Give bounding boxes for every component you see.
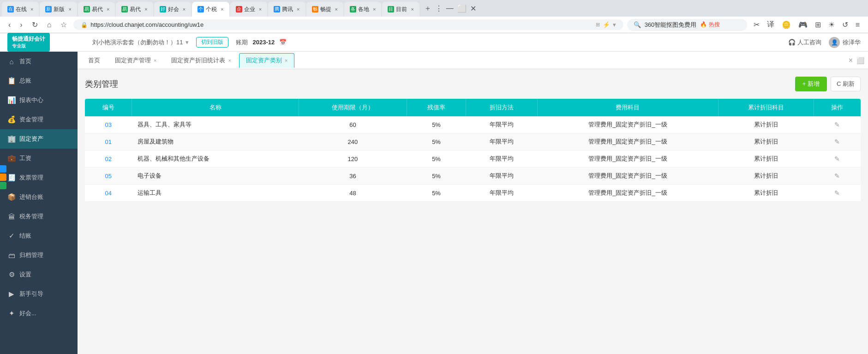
- page-tab-fa-category[interactable]: 固定资产类别 ×: [239, 53, 294, 68]
- browser-tab-1[interactable]: 在 在线 ×: [2, 2, 39, 17]
- url-bar[interactable]: 🔒 https://cloud.chanjet.com/accounting/u…: [73, 19, 623, 30]
- theme-icon[interactable]: ☀: [826, 19, 838, 30]
- browser-tab-9[interactable]: 畅 畅提 ×: [306, 2, 343, 17]
- tab-menu-btn[interactable]: ⋮: [435, 4, 443, 13]
- page-tab-fa-depreciation-close[interactable]: ×: [228, 58, 231, 63]
- search-bar[interactable]: 🔍 360智能抠图免费用 🔥 热搜: [627, 19, 747, 31]
- tab1-close[interactable]: ×: [30, 6, 33, 12]
- cell-action[interactable]: ✎: [814, 116, 861, 133]
- tab2-favicon: 新: [45, 6, 52, 12]
- sidebar-item-close[interactable]: ✓ 结账: [0, 226, 78, 246]
- sidebar-item-ledger[interactable]: 📋 总账: [0, 71, 78, 90]
- minimize-btn[interactable]: —: [446, 4, 454, 12]
- browser-tab-4[interactable]: 易 易代 ×: [116, 2, 153, 17]
- forward-btn[interactable]: ›: [17, 20, 25, 30]
- browser-tab-3[interactable]: 易 易代 ×: [78, 2, 115, 17]
- coin-icon[interactable]: 🪙: [779, 19, 794, 30]
- tab6-close[interactable]: ×: [221, 6, 223, 12]
- page-tab-fa-management[interactable]: 固定资产管理 ×: [108, 53, 163, 68]
- browser-tab-7[interactable]: 企 企业 ×: [230, 2, 267, 17]
- sidebar-item-invoice[interactable]: 🧾 发票管理: [0, 168, 78, 187]
- reload-btn[interactable]: ↻: [29, 19, 41, 30]
- tab10-close[interactable]: ×: [373, 6, 376, 12]
- sidebar-label-tax: 税务管理: [19, 212, 43, 221]
- grid-icon[interactable]: ⊞: [812, 19, 824, 30]
- tab4-close[interactable]: ×: [144, 6, 147, 12]
- page-tab-fa-management-close[interactable]: ×: [154, 58, 156, 63]
- sidebar-item-settings[interactable]: ⚙ 设置: [0, 265, 78, 284]
- edit-icon[interactable]: ✎: [834, 155, 840, 162]
- page-tab-home[interactable]: 首页: [81, 53, 107, 68]
- page-tab-fa-depreciation[interactable]: 固定资产折旧统计表 ×: [164, 53, 238, 68]
- cut-icon[interactable]: ✂: [751, 19, 762, 30]
- browser-tab-2[interactable]: 新 新版 ×: [40, 2, 77, 17]
- calendar-icon[interactable]: 📅: [279, 39, 287, 46]
- page-title: 类别管理: [85, 78, 118, 90]
- refresh-button[interactable]: C 刷新: [831, 77, 861, 91]
- period-info: 账期 2023-12 📅: [236, 38, 287, 47]
- cell-accumulated-account: 累计折旧: [718, 168, 814, 185]
- browser-tab-8[interactable]: 腾 腾讯 ×: [268, 2, 305, 17]
- tab7-close[interactable]: ×: [259, 6, 262, 12]
- user-expand-icon[interactable]: ▾: [186, 39, 189, 46]
- col-header-accumulated: 累计折旧科目: [718, 99, 814, 116]
- new-tab-btn[interactable]: ＋: [424, 4, 431, 13]
- browser-tab-10[interactable]: 各 各地 ×: [344, 2, 381, 17]
- cell-code[interactable]: 04: [85, 185, 132, 202]
- menu-icon[interactable]: ≡: [853, 20, 862, 30]
- url-text: https://cloud.chanjet.com/accounting/uw1…: [90, 21, 593, 28]
- cell-action[interactable]: ✎: [814, 168, 861, 185]
- edit-icon[interactable]: ✎: [834, 138, 840, 145]
- tab8-close[interactable]: ×: [297, 6, 299, 12]
- edit-icon[interactable]: ✎: [834, 189, 840, 197]
- tab2-close[interactable]: ×: [68, 6, 71, 12]
- cell-action[interactable]: ✎: [814, 150, 861, 168]
- maximize-window-icon[interactable]: ⬜: [856, 57, 864, 64]
- maximize-btn[interactable]: ⬜: [457, 4, 467, 13]
- sidebar-item-reports[interactable]: 📊 报表中心: [0, 90, 78, 110]
- history-icon[interactable]: ↺: [839, 19, 851, 30]
- switch-old-version-btn[interactable]: 切到旧版: [196, 37, 228, 48]
- edit-icon[interactable]: ✎: [834, 172, 840, 180]
- page-tab-fa-category-close[interactable]: ×: [285, 58, 287, 63]
- cell-action[interactable]: ✎: [814, 185, 861, 202]
- left-indicator-2[interactable]: [0, 174, 6, 181]
- sidebar-item-more[interactable]: ✦ 好会...: [0, 304, 78, 323]
- tab1-label: 在线: [16, 6, 27, 13]
- back-btn[interactable]: ‹: [6, 20, 13, 30]
- sidebar-item-payroll[interactable]: 💼 工资: [0, 149, 78, 168]
- cell-code[interactable]: 03: [85, 116, 132, 133]
- cell-code[interactable]: 02: [85, 150, 132, 168]
- cell-code[interactable]: 01: [85, 133, 132, 150]
- left-indicator-3[interactable]: [0, 182, 6, 189]
- close-window-icon[interactable]: ×: [849, 56, 853, 65]
- left-indicator-1[interactable]: [0, 165, 6, 173]
- home-btn[interactable]: ⌂: [44, 20, 54, 30]
- sidebar-item-home[interactable]: ⌂ 首页: [0, 52, 78, 71]
- service-btn[interactable]: 🎧 人工咨询: [788, 38, 821, 47]
- sidebar-item-archive[interactable]: 🗃 归档管理: [0, 246, 78, 265]
- tab9-close[interactable]: ×: [335, 6, 338, 12]
- close-btn[interactable]: ✕: [470, 4, 476, 13]
- bookmark-btn[interactable]: ☆: [58, 19, 70, 30]
- browser-tab-5[interactable]: 好 好会 ×: [154, 2, 191, 17]
- sidebar-item-tax[interactable]: 🏛 税务管理: [0, 207, 78, 226]
- cell-action[interactable]: ✎: [814, 133, 861, 150]
- browser-tab-11[interactable]: 目 目前 ×: [382, 2, 419, 17]
- game-icon[interactable]: 🎮: [796, 19, 810, 30]
- sidebar: ⌂ 首页 📋 总账 📊 报表中心 💰 资金管理 🏢 固定资产 💼 工资: [0, 52, 78, 354]
- sidebar-item-guide[interactable]: ▶ 新手引导: [0, 284, 78, 304]
- sidebar-item-fixed-assets[interactable]: 🏢 固定资产: [0, 129, 78, 149]
- tab5-close[interactable]: ×: [183, 6, 186, 12]
- edit-icon[interactable]: ✎: [834, 121, 840, 128]
- browser-tab-6[interactable]: 个 个税 ×: [192, 2, 229, 17]
- tab3-close[interactable]: ×: [107, 6, 109, 12]
- translate-icon[interactable]: 译: [764, 19, 777, 30]
- tab11-close[interactable]: ×: [411, 6, 413, 12]
- sidebar-item-funds[interactable]: 💰 资金管理: [0, 110, 78, 129]
- add-button[interactable]: + 新增: [795, 77, 827, 91]
- sidebar-item-inventory[interactable]: 📦 进销台账: [0, 187, 78, 207]
- headset-icon: 🎧: [788, 39, 796, 46]
- cell-code[interactable]: 05: [85, 168, 132, 185]
- url-dropdown-icon[interactable]: ▾: [613, 21, 616, 28]
